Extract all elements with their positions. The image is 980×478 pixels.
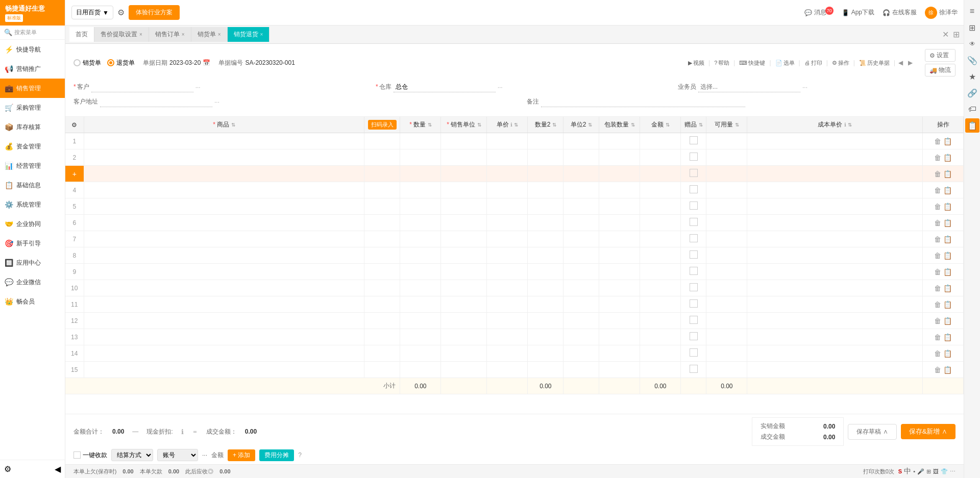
sidebar-item-wechat[interactable]: 💬 企业微信 [0,272,65,292]
sort-icon[interactable]: ⇅ [848,122,852,128]
copy-row-icon[interactable]: 📋 [942,154,953,162]
gear-settings-icon[interactable]: ⚙ [117,8,125,17]
save-new-button[interactable]: 保存&新增 ∧ [901,424,955,439]
delete-row-icon[interactable]: 🗑 [933,203,942,211]
copy-row-icon[interactable]: 📋 [942,235,953,243]
quantity-cell[interactable] [400,166,441,182]
pack-qty-cell[interactable] [599,133,640,149]
gift-checkbox[interactable] [690,136,698,144]
delete-row-icon[interactable]: 🗑 [933,366,942,374]
right-sidebar-attach-btn[interactable]: 📎 [965,53,979,67]
copy-row-icon[interactable]: 📋 [942,317,953,325]
toolbar-select-btn[interactable]: 📄 选单 [772,58,798,68]
tab-close-icon[interactable]: × [182,32,185,37]
right-sidebar-active-btn[interactable]: 📋 [965,118,979,133]
product-cell[interactable] [84,182,364,198]
product-cell[interactable] [84,149,364,166]
collapse-icon[interactable]: ◀ [55,464,61,474]
toolbar-help-btn[interactable]: ? 帮助 [711,58,732,68]
unit2-cell[interactable] [564,166,599,182]
address-input[interactable] [100,96,212,107]
sort-icon[interactable]: ⇅ [631,122,635,128]
gift-checkbox[interactable] [690,283,698,291]
gift-checkbox[interactable] [690,332,698,340]
tab-close-icon[interactable]: × [260,32,263,37]
calendar-icon[interactable]: 📅 [203,59,210,66]
price-cell[interactable] [487,149,528,166]
sidebar-item-enterprise[interactable]: 🤝 企业协同 [0,214,65,234]
gift-checkbox[interactable] [690,185,698,193]
gift-checkbox[interactable] [690,365,698,373]
sidebar-item-finance[interactable]: 💰 资金管理 [0,137,65,156]
sort-icon[interactable]: ⇅ [666,122,670,128]
unit-cell[interactable] [441,133,487,149]
delete-row-icon[interactable]: 🗑 [933,333,942,341]
right-sidebar-eye-btn[interactable]: 👁 [965,37,979,51]
user-profile-btn[interactable]: 徐 徐泽华 [925,7,958,19]
toolbar-print-btn[interactable]: 🖨 打印 [801,58,825,68]
delete-row-icon[interactable]: 🗑 [933,268,942,276]
sort-icon[interactable]: ⇅ [477,122,481,128]
quantity-cell[interactable] [400,182,441,198]
sidebar-item-marketing[interactable]: 📢 营销推广 [0,59,65,79]
customer-more-icon[interactable]: ··· [195,84,201,91]
copy-row-icon[interactable]: 📋 [942,333,953,341]
copy-row-icon[interactable]: 📋 [942,284,953,292]
quantity-cell[interactable] [400,133,441,149]
tab-home[interactable]: 首页 [69,27,94,42]
gift-checkbox[interactable] [690,316,698,324]
sort-icon[interactable]: ⇅ [735,122,739,128]
notification-btn[interactable]: 💬 消息 70 [804,8,834,17]
sort-icon[interactable]: ⇅ [699,122,703,128]
gift-checkbox[interactable] [690,218,698,226]
gift-checkbox[interactable] [690,234,698,242]
settings-icon[interactable]: ⚙ [4,464,11,474]
customer-input[interactable] [91,82,193,92]
copy-row-icon[interactable]: 📋 [942,186,953,194]
right-sidebar-grid-view-btn[interactable]: ⊞ [965,20,979,35]
sidebar-item-sales[interactable]: 💼 销售管理 [0,79,65,98]
delete-row-icon[interactable]: 🗑 [933,235,942,243]
toolbar-video-btn[interactable]: ▶ 视频 [685,58,707,68]
copy-row-icon[interactable]: 📋 [942,300,953,309]
product-cell-active[interactable] [84,166,364,182]
delete-row-icon[interactable]: 🗑 [933,219,942,227]
one-key-payment-checkbox[interactable]: 一键收款 [74,451,107,460]
add-row-button[interactable]: + [69,169,80,179]
unit-cell[interactable] [441,182,487,198]
toolbar-history-btn[interactable]: 📜 历史单据 [856,58,893,68]
sort-icon[interactable]: ⇅ [552,122,556,128]
tab-close-icon[interactable]: × [139,32,142,37]
amount-cell[interactable] [640,133,681,149]
delete-row-icon[interactable]: 🗑 [933,349,942,358]
product-input[interactable] [86,170,362,178]
copy-row-icon[interactable]: 📋 [942,251,953,260]
pack-qty-cell[interactable] [599,149,640,166]
right-sidebar-list-view-btn[interactable]: ≡ [965,4,979,18]
th-gear[interactable]: ⚙ [65,117,84,133]
unit2-cell[interactable] [564,149,599,166]
salesperson-more-icon[interactable]: ··· [802,84,807,91]
copy-row-icon[interactable]: 📋 [942,137,953,145]
right-sidebar-star-btn[interactable]: ★ [965,69,979,84]
sort-icon[interactable]: ⇅ [588,122,592,128]
delete-row-icon[interactable]: 🗑 [933,251,942,260]
delete-row-icon[interactable]: 🗑 [933,137,942,145]
tab-close-all-icon[interactable]: ✕ [942,30,949,39]
quantity-cell[interactable] [400,149,441,166]
copy-row-icon[interactable]: 📋 [942,203,953,211]
gift-checkbox[interactable] [690,202,698,210]
unit-cell[interactable] [441,149,487,166]
copy-row-icon[interactable]: 📋 [942,170,953,178]
tab-price-settings[interactable]: 售价提取设置 × [94,27,149,42]
tab-sales-order[interactable]: 销售订单 × [149,27,191,42]
warehouse-more-icon[interactable]: ··· [498,84,503,91]
delete-row-icon[interactable]: 🗑 [933,300,942,309]
account-select[interactable]: 账号 [157,449,198,461]
delete-row-icon[interactable]: 🗑 [933,170,942,178]
qty2-cell[interactable] [528,149,564,166]
right-sidebar-link-btn[interactable]: 🔗 [965,86,979,100]
radio-delivery[interactable]: 销货单 [74,59,101,67]
sidebar-item-system[interactable]: ⚙️ 系统管理 [0,195,65,214]
settings-panel-btn[interactable]: ⚙ 设置 [925,49,955,62]
